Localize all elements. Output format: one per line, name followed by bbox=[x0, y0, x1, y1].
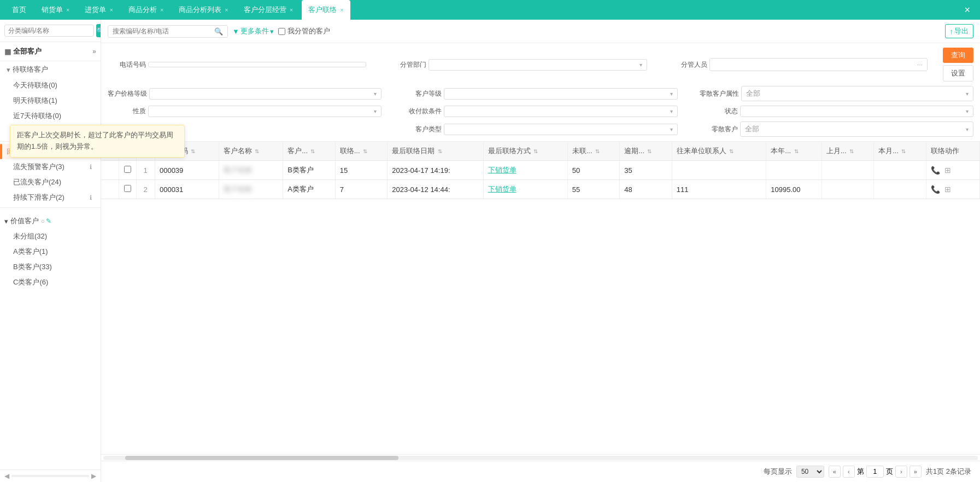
content-area: 🔍 ▼ 更多条件 ▾ 我分管的客户 ↑ 导出 电话号码 bbox=[101, 20, 980, 482]
customer-level-input[interactable] bbox=[444, 88, 677, 100]
retail-customer-input[interactable]: 全部 bbox=[740, 121, 973, 137]
sidebar-search-button[interactable]: 🔍 bbox=[96, 24, 101, 37]
last-page-button[interactable]: » bbox=[909, 466, 922, 478]
col-name[interactable]: 客户名称 ⇅ bbox=[219, 142, 283, 161]
row1-method-link[interactable]: 下销货单 bbox=[488, 166, 517, 174]
sidebar-item-ungrouped[interactable]: 未分组(32) bbox=[0, 229, 101, 244]
sort-no-contact-icon: ⇅ bbox=[595, 148, 600, 154]
payment-input[interactable] bbox=[444, 106, 677, 117]
nav-product-analysis-close[interactable]: × bbox=[160, 0, 163, 20]
row1-contact-person bbox=[672, 161, 766, 180]
nav-sales[interactable]: 销货单 × bbox=[35, 0, 76, 20]
sidebar-item-loss-warning[interactable]: 流失预警客户(3) ℹ bbox=[0, 159, 101, 175]
row2-last-month bbox=[821, 180, 874, 199]
row2-more-icon[interactable]: ⊞ bbox=[944, 185, 951, 194]
row1-action: 📞 ⊞ bbox=[926, 161, 979, 180]
dept-field: 分管部门 bbox=[388, 59, 647, 71]
nav-customer-contact-close[interactable]: × bbox=[340, 0, 343, 20]
loss-warning-info-icon[interactable]: ℹ bbox=[90, 164, 92, 171]
nav-purchase[interactable]: 进货单 × bbox=[78, 0, 119, 20]
export-icon: ↑ bbox=[950, 27, 954, 36]
sidebar-item-declining[interactable]: 持续下滑客户(2) ℹ bbox=[0, 190, 101, 205]
price-level-input[interactable] bbox=[149, 88, 382, 100]
my-customers-checkbox[interactable] bbox=[278, 28, 285, 35]
sidebar-item-b-class[interactable]: B类客户(33) bbox=[0, 259, 101, 275]
more-conditions-button[interactable]: ▼ 更多条件 ▾ bbox=[232, 26, 274, 36]
col-last-method[interactable]: 最后联络方式 ⇅ bbox=[483, 142, 567, 161]
row2-action: 📞 ⊞ bbox=[926, 180, 979, 199]
col-this-month[interactable]: 本月... ⇅ bbox=[874, 142, 926, 161]
col-customer-type[interactable]: 客户... ⇅ bbox=[283, 142, 336, 161]
value-section-title[interactable]: ▾ 价值客户 ○ ✎ bbox=[0, 213, 101, 229]
col-overdue[interactable]: 逾期... ⇅ bbox=[620, 142, 672, 161]
phone-input[interactable] bbox=[148, 62, 366, 67]
sidebar-item-tomorrow[interactable]: 明天待联络(1) bbox=[0, 93, 101, 108]
sidebar-collapse-icon[interactable]: » bbox=[92, 48, 96, 55]
staff-input[interactable]: ··· bbox=[709, 58, 928, 71]
row1-select-checkbox[interactable] bbox=[124, 166, 131, 173]
dept-input[interactable] bbox=[429, 59, 647, 71]
sidebar-item-week[interactable]: 近7天待联络(0) bbox=[0, 108, 101, 124]
pagination-bar: 每页显示 50 100 200 « ‹ 第 页 › » 共1页 2条记录 bbox=[101, 461, 980, 482]
sidebar-item-a-class[interactable]: A类客户(1) bbox=[0, 244, 101, 259]
value-edit-icon[interactable]: ✎ bbox=[46, 217, 51, 225]
prev-page-button[interactable]: ‹ bbox=[843, 466, 855, 478]
row2-checkbox bbox=[119, 180, 136, 199]
col-no-contact[interactable]: 未联... ⇅ bbox=[567, 142, 620, 161]
per-page-select[interactable]: 50 100 200 bbox=[796, 466, 824, 478]
nav-product-analysis[interactable]: 商品分析 × bbox=[122, 0, 170, 20]
global-close-button[interactable]: × bbox=[960, 4, 975, 16]
sidebar-item-today[interactable]: 今天待联络(0) bbox=[0, 78, 101, 93]
nav-home[interactable]: 首页 bbox=[5, 0, 33, 20]
search-input[interactable] bbox=[113, 27, 212, 35]
row2-phone-icon[interactable]: 📞 bbox=[931, 185, 940, 194]
page-number-input[interactable] bbox=[866, 466, 884, 478]
nav-product-list-close[interactable]: × bbox=[225, 0, 228, 20]
declining-info-icon[interactable]: ℹ bbox=[90, 194, 92, 201]
next-page-button[interactable]: › bbox=[895, 466, 907, 478]
col-contact-person[interactable]: 往来单位联系人 ⇅ bbox=[672, 142, 766, 161]
query-button[interactable]: 查询 bbox=[943, 48, 973, 63]
nav-customer-tier-close[interactable]: × bbox=[290, 0, 293, 20]
col-last-month[interactable]: 上月... ⇅ bbox=[821, 142, 874, 161]
sort-last-month-icon: ⇅ bbox=[849, 148, 854, 154]
sidebar-item-c-class[interactable]: C类客户(6) bbox=[0, 275, 101, 290]
export-button[interactable]: ↑ 导出 bbox=[945, 24, 974, 38]
row1-overdue: 35 bbox=[620, 161, 672, 180]
row2-last-date: 2023-04-12 14:44: bbox=[388, 180, 483, 199]
status-input[interactable] bbox=[740, 106, 973, 117]
settings-button[interactable]: 设置 bbox=[943, 65, 973, 82]
sidebar-scroll-left[interactable]: ◀ bbox=[4, 472, 9, 480]
row1-more-icon[interactable]: ⊞ bbox=[944, 166, 951, 175]
hscroll-thumb[interactable] bbox=[125, 456, 398, 460]
col-contact-count[interactable]: 联络... ⇅ bbox=[335, 142, 388, 161]
nav-purchase-close[interactable]: × bbox=[109, 0, 113, 20]
search-icon[interactable]: 🔍 bbox=[214, 27, 223, 36]
pending-group-title[interactable]: ▾ 待联络客户 bbox=[0, 61, 101, 78]
all-customers-section[interactable]: ▦ 全部客户 » bbox=[0, 42, 101, 61]
col-last-date[interactable]: 最后联络日期 ⇅ bbox=[388, 142, 483, 161]
phone-label: 电话号码 bbox=[108, 60, 146, 69]
nav-product-list[interactable]: 商品分析列表 × bbox=[172, 0, 234, 20]
row2-method-link[interactable]: 下销货单 bbox=[488, 185, 517, 193]
row2-name[interactable]: 客户名称 bbox=[219, 180, 283, 199]
nav-sales-close[interactable]: × bbox=[66, 0, 69, 20]
sidebar-scroll-right[interactable]: ▶ bbox=[91, 472, 96, 480]
nav-customer-tier[interactable]: 客户分层经营 × bbox=[237, 0, 300, 20]
customer-level-field: 客户等级 bbox=[403, 88, 677, 100]
row1-phone-icon[interactable]: 📞 bbox=[931, 166, 940, 175]
status-label: 状态 bbox=[700, 107, 738, 116]
first-page-button[interactable]: « bbox=[829, 466, 841, 478]
sidebar-search-input[interactable] bbox=[4, 25, 94, 37]
row1-contact-count: 15 bbox=[335, 161, 388, 180]
sidebar-item-lost[interactable]: 已流失客户(24) bbox=[0, 175, 101, 190]
row2-select-checkbox[interactable] bbox=[124, 185, 131, 192]
nav-customer-contact[interactable]: 客户联络 × bbox=[302, 0, 350, 20]
customer-type-input[interactable] bbox=[444, 124, 677, 135]
customer-type-label: 客户类型 bbox=[403, 125, 442, 134]
gender-input[interactable] bbox=[148, 106, 382, 117]
horizontal-scrollbar[interactable] bbox=[101, 454, 980, 461]
row1-name[interactable]: 客户名称 bbox=[219, 161, 283, 180]
col-this-year[interactable]: 本年... ⇅ bbox=[766, 142, 821, 161]
retail-attr-input[interactable]: 全部 bbox=[741, 86, 973, 101]
